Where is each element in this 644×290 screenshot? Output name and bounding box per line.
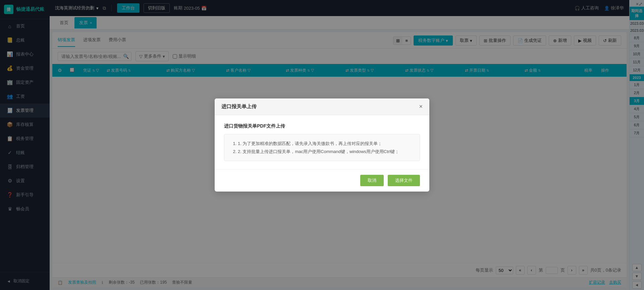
select-file-button[interactable]: 选择文件 (388, 175, 420, 186)
cancel-button[interactable]: 取消 (360, 175, 384, 186)
modal-body: 进口货物报关单PDF文件上传 1. 为了更加精准的数据匹配，请先录入海关缴款书，… (215, 115, 429, 169)
modal-title: 进口报关单上传 (221, 103, 257, 110)
modal-overlay: 进口报关单上传 × 进口货物报关单PDF文件上传 1. 为了更加精准的数据匹配，… (0, 0, 644, 290)
modal-close-button[interactable]: × (419, 103, 423, 110)
modal-info-item-2: 2. 支持批量上传进口报关单，mac用户使用Command键，windows用户… (238, 148, 413, 155)
modal-info-box: 1. 为了更加精准的数据匹配，请先录入海关缴款书，再上传对应的报关单； 2. 支… (224, 134, 420, 161)
import-customs-modal: 进口报关单上传 × 进口货物报关单PDF文件上传 1. 为了更加精准的数据匹配，… (215, 98, 429, 192)
modal-footer: 取消 选择文件 (215, 169, 429, 192)
modal-section-title: 进口货物报关单PDF文件上传 (224, 123, 420, 129)
modal-header: 进口报关单上传 × (215, 98, 429, 115)
modal-info-item-1: 1. 为了更加精准的数据匹配，请先录入海关缴款书，再上传对应的报关单； (238, 140, 413, 147)
